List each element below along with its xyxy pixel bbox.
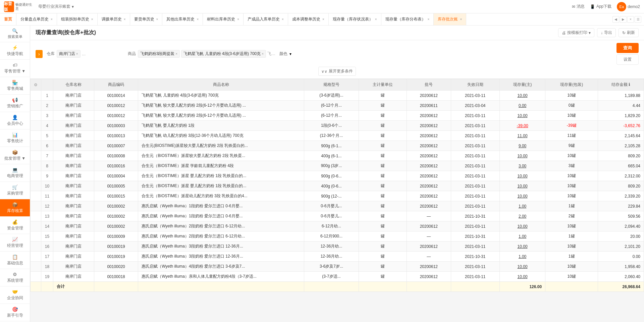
filter-expand-arrow[interactable]: ›	[36, 50, 43, 58]
row-expiry: 2021-03-11	[451, 161, 500, 171]
sidebar-item-finance[interactable]: 💰 资金管理	[0, 217, 30, 234]
tab-cost-adjust[interactable]: 成本调整单历史 ×	[288, 13, 329, 25]
col-settings[interactable]: ⚙	[31, 79, 41, 91]
sidebar-nav-item[interactable]: ⚡ 快捷导航	[0, 42, 30, 60]
tab-borrow[interactable]: 要货单历史 ×	[130, 13, 163, 25]
tab-product-in[interactable]: 产成品入库单历史 ×	[244, 13, 288, 25]
row-stock-main[interactable]: 1.00	[500, 201, 545, 211]
row-stock-main[interactable]: 11.00	[500, 131, 545, 141]
warehouse-tag-close[interactable]: ×	[76, 52, 78, 56]
row-stock-main[interactable]: 1.00	[500, 231, 545, 241]
row-stock-main[interactable]: 10.00	[500, 241, 545, 252]
sidebar-item-inventory-check[interactable]: 📦 库存核算	[0, 199, 30, 217]
message-icon: ✉	[572, 4, 575, 9]
row-stock-main[interactable]: 0.00	[500, 101, 545, 111]
row-stock-pkg: 1罐	[545, 231, 598, 241]
tab-close-product-in[interactable]: ×	[282, 17, 284, 21]
row-stock-main[interactable]: 10.00	[500, 151, 545, 161]
tab-close-split[interactable]: ×	[51, 17, 53, 21]
print-button[interactable]: 🖨 按模板打印 ▾	[558, 28, 594, 37]
settings-icon[interactable]: ⚙	[34, 83, 38, 87]
sidebar-item-wholesale[interactable]: 📦 批发管理 ▼	[0, 147, 30, 164]
tab-next-btn[interactable]: ▶	[620, 16, 627, 23]
tab-close-cost-adjust[interactable]: ×	[322, 17, 324, 21]
table-row: 6 南岸门店 00100007 合生元(BIOSTIME)派星较大婴儿配方奶粉 …	[31, 141, 644, 151]
sidebar-item-retail-mgmt[interactable]: 🏷 零售管理 ▼	[0, 60, 30, 77]
setting-button[interactable]: 设置	[616, 54, 639, 65]
row-stock-main[interactable]: 10.00	[500, 191, 545, 201]
product-tag-1: 飞鹤奶粉3段两提装 ×	[138, 50, 180, 58]
row-product-code: 00100004	[94, 171, 138, 181]
row-stock-main[interactable]: 10.00	[500, 221, 545, 231]
row-stock-main[interactable]: 10.00	[500, 171, 545, 181]
row-stock-main[interactable]: 10.00	[500, 181, 545, 191]
search-button[interactable]: 查询	[616, 43, 639, 53]
tab-mix-order[interactable]: 调拨单历史 ×	[98, 13, 130, 25]
sidebar-item-enterprise-coop[interactable]: 🤝 企业协同	[0, 286, 30, 304]
tab-split-inventory[interactable]: 分量盘点单历史 ×	[16, 13, 57, 25]
row-warehouse: 南岸门店	[53, 231, 94, 241]
sidebar-item-purchase[interactable]: 🛒 采购管理	[0, 182, 30, 199]
sidebar-item-retail-stat[interactable]: 📊 零售统计	[0, 129, 30, 147]
logo-abbr: 标普版	[4, 1, 14, 12]
tab-close-all-btn[interactable]: ×	[627, 16, 634, 23]
refresh-button[interactable]: ↻ 刷新	[619, 28, 639, 37]
sidebar-item-basic-info[interactable]: 📋 基础信息	[0, 252, 30, 269]
tab-batch-voucher[interactable]: 库存批次账 ×	[434, 13, 466, 25]
sidebar-item-operation[interactable]: 📈 经营管理	[0, 234, 30, 252]
tab-close-material-out[interactable]: ×	[237, 17, 239, 21]
row-product-code: 00100008	[94, 151, 138, 161]
tab-inventory-dist[interactable]: 现存量（库存分布表） ×	[381, 13, 434, 25]
tab-close-disassemble[interactable]: ×	[91, 17, 93, 21]
row-stock-main[interactable]: 10.00	[500, 91, 545, 101]
row-spec: 400g (6-1...	[304, 151, 359, 161]
row-unit: 罐	[359, 101, 407, 111]
product-tag-1-close[interactable]: ×	[175, 52, 177, 56]
filter-more-btn[interactable]: …	[82, 52, 86, 56]
row-product-code: 00100002	[94, 221, 138, 231]
tab-menu-btn[interactable]: ☰	[635, 16, 641, 23]
tab-prev-btn[interactable]: ◀	[612, 16, 619, 23]
row-product-name: 飞鹤星飞帆 儿童奶粉 4段(3-6岁适用) 700克	[138, 91, 304, 101]
row-stock-main[interactable]: 10.00	[500, 262, 545, 272]
export-button[interactable]: ↓ 导出	[597, 28, 616, 37]
tab-close-other-out[interactable]: ×	[197, 17, 199, 21]
tab-close-inventory-dist[interactable]: ×	[428, 17, 430, 21]
tab-other-out[interactable]: 其他出库单历史 ×	[162, 13, 203, 25]
filter-expand-btn[interactable]: ∨∨ 展开更多条件	[318, 67, 356, 76]
row-stock-main[interactable]: 2.00	[500, 211, 545, 221]
sidebar-item-ecommerce[interactable]: 💻 电商管理	[0, 164, 30, 182]
row-settings	[31, 221, 41, 231]
row-warehouse: 南岸门店	[53, 91, 94, 101]
sidebar-item-member-center[interactable]: 👤 会员中心	[0, 112, 30, 129]
tab-inventory-status[interactable]: 现存量（库存状况表） ×	[329, 13, 381, 25]
sidebar-item-system[interactable]: ⚙ 系统管理	[0, 269, 30, 286]
row-product-code: 00100007	[94, 141, 138, 151]
app-download-btn[interactable]: 📱 App下载	[590, 4, 611, 9]
table-container[interactable]: ⚙ 仓库名称 商品编码 商品名称 规格型号 主计量单位 批号 失效日期 现存量(…	[30, 79, 644, 322]
message-btn[interactable]: ✉ 消息	[572, 4, 585, 9]
tab-close-batch-voucher[interactable]: ×	[460, 17, 462, 21]
row-stock-main[interactable]: 1.00	[500, 252, 545, 262]
product-tag-2-close[interactable]: ×	[262, 52, 264, 56]
tab-disassemble[interactable]: 组装拆卸单历史 ×	[57, 13, 98, 25]
user-area[interactable]: Ea demo2	[617, 2, 640, 11]
sidebar-item-new-guide[interactable]: 🎯 新手引导	[0, 304, 30, 321]
row-num: 19	[41, 272, 53, 282]
sidebar-item-marketing[interactable]: 📢 营销推广	[0, 95, 30, 112]
row-stock-main[interactable]: 9.00	[500, 141, 545, 151]
tab-material-out[interactable]: 材料出库单历史 ×	[203, 13, 244, 25]
sidebar-search[interactable]: 🔍 搜索菜单	[0, 25, 30, 42]
product-more-btn[interactable]: 飞…	[267, 51, 275, 57]
row-stock-main[interactable]: 10.00	[500, 272, 545, 282]
tab-close-mix[interactable]: ×	[124, 17, 126, 21]
sidebar-item-retail-shop[interactable]: 🏪 零售商城	[0, 77, 30, 95]
tab-close-borrow[interactable]: ×	[156, 17, 158, 21]
row-stock-main[interactable]: -39.00	[500, 121, 545, 131]
row-stock-main[interactable]: 3.00	[500, 161, 545, 171]
col-stock-main: 现存量(主)	[500, 79, 545, 91]
tab-close-inventory-status[interactable]: ×	[375, 17, 377, 21]
row-stock-main[interactable]: 10.00	[500, 111, 545, 121]
tab-home[interactable]: 首页	[0, 13, 16, 25]
footer-label: 合计	[53, 282, 94, 292]
